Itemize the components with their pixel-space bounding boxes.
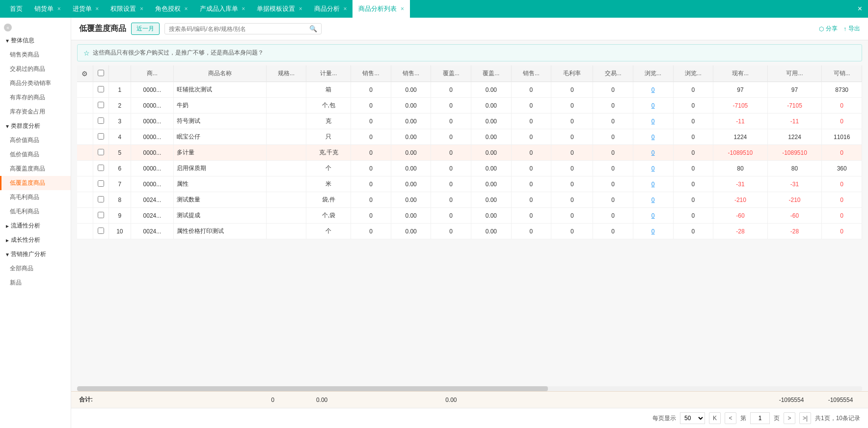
row-stock2: 1224 [767, 129, 822, 145]
page-number-input[interactable] [750, 412, 770, 424]
sidebar-collapse-btn[interactable]: « [4, 24, 12, 31]
nav-purchase[interactable]: 进货单 × [67, 0, 105, 18]
row-checkbox[interactable] [98, 117, 104, 124]
sidebar-section-marketing[interactable]: ▾ 营销推广分析 [0, 247, 71, 261]
row-view1[interactable]: 0 [633, 98, 673, 114]
row-view1[interactable]: 0 [633, 176, 673, 192]
row-checkbox-cell[interactable] [93, 114, 108, 129]
sidebar-section-growth[interactable]: ▸ 成长性分析 [0, 233, 71, 247]
row-view1[interactable]: 0 [633, 224, 673, 239]
row-name: 旺辅批次测试 [173, 82, 266, 98]
nav-templates-close[interactable]: × [299, 5, 302, 12]
nav-sales[interactable]: 销货单 × [28, 0, 67, 18]
next-page-btn[interactable]: > [784, 412, 795, 424]
row-sales2: 0.00 [391, 129, 431, 145]
row-checkbox-cell[interactable] [93, 145, 108, 161]
table-container[interactable]: ⚙ 商... 商品名称 规格... 计量... 销售... 销售... 覆盖..… [77, 65, 862, 386]
export-btn[interactable]: ↑ 导出 [843, 25, 860, 33]
nav-purchase-close[interactable]: × [95, 5, 99, 12]
row-view1[interactable]: 0 [633, 208, 673, 224]
row-checkbox-cell[interactable] [93, 192, 108, 208]
row-stock2: -1089510 [767, 145, 822, 161]
row-checkbox-cell[interactable] [93, 82, 108, 98]
search-input[interactable] [169, 26, 309, 32]
row-view1[interactable]: 0 [633, 145, 673, 161]
sidebar-item-low-value[interactable]: 低价值商品 [0, 147, 71, 162]
row-checkbox[interactable] [98, 133, 104, 140]
row-stock3: 0 [822, 176, 862, 192]
nav-permissions[interactable]: 权限设置 × [105, 0, 149, 18]
nav-home[interactable]: 首页 [4, 0, 28, 18]
sidebar-item-with-stock[interactable]: 有库存的商品 [0, 90, 71, 105]
sidebar-item-category-rate[interactable]: 商品分类动销率 [0, 76, 71, 90]
row-view1[interactable]: 0 [633, 161, 673, 176]
row-name: 测试数量 [173, 192, 266, 208]
sidebar-item-new-products[interactable]: 新品 [0, 276, 71, 290]
nav-product-analysis-list[interactable]: 商品分析列表 × [353, 0, 410, 18]
row-sales3: 0 [511, 145, 551, 161]
sidebar-item-high-value[interactable]: 高价值商品 [0, 133, 71, 147]
row-stock2: -60 [767, 208, 822, 224]
row-checkbox[interactable] [98, 180, 104, 187]
section-overall-label: 整体信息 [11, 36, 34, 45]
date-filter-recent-month[interactable]: 近一月 [131, 23, 160, 35]
sidebar-section-overall[interactable]: ▾ 整体信息 [0, 33, 71, 48]
row-settings [77, 176, 93, 192]
row-view1[interactable]: 0 [633, 114, 673, 129]
settings-icon-th[interactable]: ⚙ [77, 65, 93, 82]
last-page-btn[interactable]: >| [799, 412, 811, 424]
checkbox-th[interactable] [93, 65, 108, 82]
select-all-checkbox[interactable] [98, 70, 104, 76]
per-page-select[interactable]: 50 20 100 200 [680, 412, 705, 424]
horizontal-scrollbar[interactable] [77, 386, 862, 391]
row-trans: 0 [593, 145, 633, 161]
nav-permissions-close[interactable]: × [140, 5, 143, 12]
nav-product-analysis[interactable]: 商品分析 × [308, 0, 353, 18]
nav-roles-close[interactable]: × [185, 5, 188, 12]
row-checkbox[interactable] [98, 165, 104, 171]
nav-templates[interactable]: 单据模板设置 × [251, 0, 308, 18]
row-checkbox-cell[interactable] [93, 208, 108, 224]
nav-production-close[interactable]: × [242, 5, 245, 12]
sidebar-section-cluster[interactable]: ▾ 类群度分析 [0, 119, 71, 133]
prev-page-btn[interactable]: < [725, 412, 736, 424]
sidebar-section-circulation[interactable]: ▸ 流通性分析 [0, 219, 71, 233]
nav-product-analysis-close[interactable]: × [343, 5, 347, 12]
row-checkbox-cell[interactable] [93, 176, 108, 192]
sidebar-item-traded-products[interactable]: 交易过的商品 [0, 62, 71, 76]
row-view1[interactable]: 0 [633, 82, 673, 98]
scrollbar-thumb[interactable] [77, 386, 548, 391]
first-page-btn[interactable]: K [709, 412, 721, 424]
sidebar-item-high-coverage[interactable]: 高覆盖度商品 [0, 162, 71, 176]
row-checkbox[interactable] [98, 149, 104, 155]
row-checkbox-cell[interactable] [93, 98, 108, 114]
row-checkbox-cell[interactable] [93, 129, 108, 145]
row-checkbox-cell[interactable] [93, 161, 108, 176]
sidebar-item-all-products[interactable]: 全部商品 [0, 261, 71, 276]
row-sales2: 0.00 [391, 192, 431, 208]
nav-sales-close[interactable]: × [57, 5, 61, 12]
footer-cover2: 0.00 [432, 397, 471, 403]
nav-production[interactable]: 产成品入库单 × [194, 0, 251, 18]
share-btn[interactable]: ⬡ 分享 [819, 25, 838, 33]
sidebar-item-stock-capital[interactable]: 库存资金占用 [0, 105, 71, 119]
search-icon[interactable]: 🔍 [309, 25, 317, 32]
window-close-btn[interactable]: × [856, 2, 864, 15]
sidebar-item-low-margin[interactable]: 低毛利商品 [0, 204, 71, 219]
row-checkbox[interactable] [98, 102, 104, 108]
th-sales3: 销售... [511, 65, 551, 82]
sidebar-item-high-margin[interactable]: 高毛利商品 [0, 190, 71, 204]
row-view1[interactable]: 0 [633, 129, 673, 145]
row-checkbox[interactable] [98, 86, 104, 92]
nav-roles[interactable]: 角色授权 × [149, 0, 194, 18]
sidebar-item-sales-products[interactable]: 销售类商品 [0, 48, 71, 62]
nav-product-analysis-list-close[interactable]: × [401, 5, 404, 12]
row-name: 属性价格打印测试 [173, 224, 266, 239]
row-checkbox[interactable] [98, 212, 104, 218]
row-checkbox-cell[interactable] [93, 224, 108, 239]
main-container: « ▾ 整体信息 销售类商品 交易过的商品 商品分类动销率 有库存的商品 库存资… [0, 18, 868, 428]
row-view1[interactable]: 0 [633, 192, 673, 208]
sidebar-item-low-coverage[interactable]: 低覆盖度商品 [0, 176, 71, 190]
row-checkbox[interactable] [98, 228, 104, 234]
row-checkbox[interactable] [98, 196, 104, 202]
